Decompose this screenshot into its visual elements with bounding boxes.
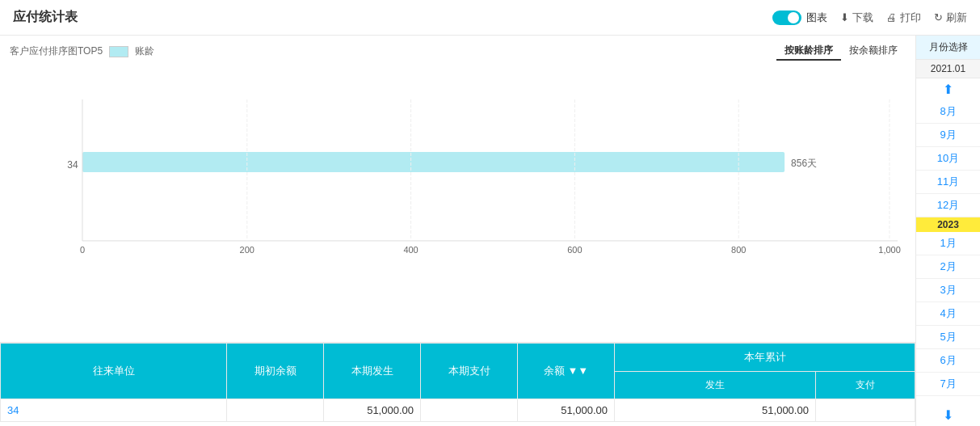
chart-header: 客户应付排序图TOP5 账龄 按账龄排序 按余额排序 [10,42,906,61]
current-date: 2021.01 [916,60,980,78]
chart-svg: 34 856天 0 200 400 600 80 [50,67,906,261]
bar-chart: 34 856天 0 200 400 600 80 [18,67,906,285]
chart-toggle-wrap[interactable]: 图表 [772,11,827,25]
refresh-icon: ↻ [934,11,943,23]
sidebar-up-button[interactable]: ⬆ [916,78,980,100]
th-yue: 余额 ▼▼ [518,344,615,399]
download-icon: ⬇ [840,11,849,23]
th-benqi-fasheng: 本期发生 [324,344,421,399]
svg-text:1,000: 1,000 [878,245,900,255]
th-leiji: 本年累计 [615,344,915,372]
refresh-button[interactable]: ↻ 刷新 [934,11,967,25]
sort-buttons: 按账龄排序 按余额排序 [776,42,906,61]
month-2[interactable]: 2月 [916,255,980,279]
sort-by-balance-button[interactable]: 按余额排序 [841,42,906,61]
month-8[interactable]: 8月 [916,100,980,124]
sidebar: 月份选择 2021.01 ⬆ 8月 9月 10月 11月 12月 2023 1月… [915,36,980,426]
month-12[interactable]: 12月 [916,194,980,217]
download-label: 下载 [852,11,873,25]
svg-text:400: 400 [403,245,418,255]
month-7[interactable]: 7月 [916,373,980,396]
svg-text:600: 600 [567,245,582,255]
cell-qichu [227,399,324,422]
cell-leiji-fasheng: 51,000.00 [615,399,816,422]
cell-benqi-fasheng: 51,000.00 [324,399,421,422]
sort-icon[interactable]: ▼ [567,365,578,377]
chart-table-area: 客户应付排序图TOP5 账龄 按账龄排序 按余额排序 34 [0,36,915,426]
month-1[interactable]: 1月 [916,232,980,255]
svg-text:856天: 856天 [791,158,817,169]
main-content: 客户应付排序图TOP5 账龄 按账龄排序 按余额排序 34 [0,36,980,426]
table-section: 往来单位 期初余额 本期发生 本期支付 余额 ▼▼ 本年累计 发生 [0,343,915,426]
cell-unit: 34 [1,399,227,422]
sidebar-header: 月份选择 [916,36,980,60]
table-body: 34 51,000.00 51,000.00 51,000.00 [1,399,915,422]
header-actions: 图表 ⬇ 下载 🖨 打印 ↻ 刷新 [772,11,967,25]
cell-yue: 51,000.00 [518,399,615,422]
month-10[interactable]: 10月 [916,147,980,171]
svg-text:34: 34 [67,159,78,171]
legend-text: 客户应付排序图TOP5 [10,44,103,58]
sidebar-header-label: 月份选择 [929,40,968,54]
chart-bar [82,152,784,172]
print-label: 打印 [900,11,921,25]
unit-link[interactable]: 34 [7,404,19,416]
month-11[interactable]: 11月 [916,171,980,194]
print-button[interactable]: 🖨 打印 [886,11,921,25]
month-4[interactable]: 4月 [916,302,980,326]
chart-toggle[interactable] [772,11,801,25]
data-table: 往来单位 期初余额 本期发生 本期支付 余额 ▼▼ 本年累计 发生 [0,343,915,422]
th-benqi-zhifu: 本期支付 [421,344,518,399]
month-9[interactable]: 9月 [916,124,980,147]
sidebar-months: 8月 9月 10月 11月 12月 2023 1月 2月 3月 4月 5月 6月… [916,100,980,404]
svg-text:800: 800 [731,245,746,255]
th-leiji-fasheng: 发生 [615,372,816,399]
cell-benqi-zhifu [421,399,518,422]
page-title: 应付统计表 [13,9,78,26]
download-button[interactable]: ⬇ 下载 [840,11,873,25]
table-row: 34 51,000.00 51,000.00 51,000.00 [1,399,915,422]
th-qichu: 期初余额 [227,344,324,399]
sidebar-year: 2023 [916,217,980,232]
svg-text:200: 200 [240,245,254,255]
month-3[interactable]: 3月 [916,279,980,302]
month-6[interactable]: 6月 [916,349,980,373]
chart-legend: 客户应付排序图TOP5 账龄 [10,44,154,58]
th-unit: 往来单位 [1,344,227,399]
chart-toggle-label: 图表 [806,11,827,25]
cell-leiji-zhifu [815,399,915,422]
sort-by-age-button[interactable]: 按账龄排序 [776,42,841,61]
table-header-row: 往来单位 期初余额 本期发生 本期支付 余额 ▼▼ 本年累计 [1,344,915,372]
print-icon: 🖨 [886,11,897,23]
th-leiji-zhifu: 支付 [815,372,915,399]
svg-text:0: 0 [80,245,85,255]
legend-box-label: 账龄 [135,44,154,58]
refresh-label: 刷新 [946,11,967,25]
month-5[interactable]: 5月 [916,326,980,349]
legend-box [109,46,128,57]
chart-section: 客户应付排序图TOP5 账龄 按账龄排序 按余额排序 34 [0,36,915,343]
sidebar-down-button[interactable]: ⬇ [916,404,980,426]
